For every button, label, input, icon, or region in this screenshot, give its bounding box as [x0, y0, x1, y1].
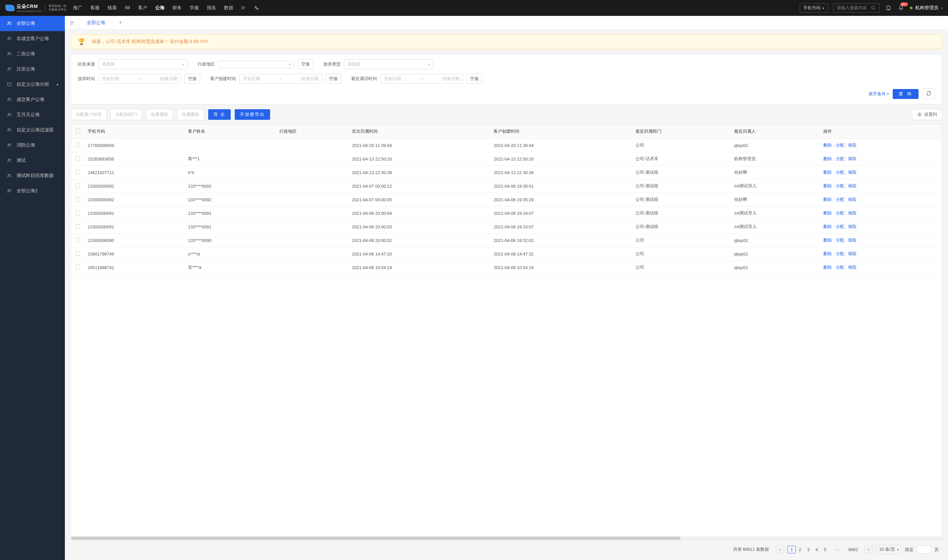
action-claim[interactable]: 领取 [848, 183, 857, 188]
sidebar-item[interactable]: 非成交客户公海 [0, 31, 65, 46]
page-number[interactable]: 5 [821, 546, 829, 553]
action-claim[interactable]: 领取 [848, 265, 857, 270]
action-delete[interactable]: 删除 [823, 156, 832, 161]
sidebar-item[interactable]: 测试 [0, 153, 65, 168]
row-checkbox[interactable] [75, 251, 80, 256]
sidebar-item[interactable]: 五月天公海 [0, 107, 65, 123]
action-delete[interactable]: 删除 [823, 251, 832, 256]
nav-item[interactable]: 财务 [172, 5, 182, 11]
row-checkbox[interactable] [75, 224, 80, 229]
assign-manager-button[interactable]: 分配客户经理 [71, 109, 106, 120]
refresh-button[interactable] [922, 88, 935, 99]
filter-abandon-time-empty[interactable]: 空值 [185, 74, 200, 84]
action-delete[interactable]: 删除 [823, 170, 832, 175]
filter-abandon-type[interactable]: 请选择▾ [344, 59, 433, 69]
action-delete[interactable]: 删除 [823, 143, 832, 148]
action-claim[interactable]: 领取 [848, 197, 857, 202]
sidebar-item[interactable]: 二咨公海 [0, 46, 65, 62]
pagination-next[interactable]: > [864, 546, 873, 553]
nav-item[interactable]: 报名 [207, 5, 216, 11]
row-checkbox[interactable] [75, 265, 80, 269]
page-jump-input[interactable] [917, 545, 931, 554]
action-claim[interactable]: 领取 [848, 211, 857, 215]
sidebar-item[interactable]: 自定义公海分组▾ [0, 77, 65, 92]
action-assign[interactable]: 分配 [836, 265, 844, 270]
action-claim[interactable]: 领取 [848, 251, 857, 256]
page-number[interactable]: 1 [788, 546, 796, 553]
action-assign[interactable]: 分配 [836, 170, 844, 175]
action-claim[interactable]: 领取 [848, 170, 857, 175]
action-delete[interactable]: 删除 [823, 265, 832, 270]
action-claim[interactable]: 领取 [848, 238, 857, 243]
row-checkbox[interactable] [75, 170, 80, 174]
sidebar-item[interactable]: 消防公海 [0, 138, 65, 153]
sidebar-item[interactable]: 成交客户公海 [0, 92, 65, 107]
user-plus-icon[interactable] [240, 5, 246, 11]
tab-add-button[interactable]: + [114, 19, 128, 26]
pagination-ellipsis[interactable]: ··· [833, 546, 842, 553]
row-checkbox[interactable] [75, 211, 80, 215]
filter-last-call-time[interactable]: 开始日期~结束日期 [380, 74, 463, 84]
sidebar-item[interactable]: 注安公海 [0, 62, 65, 77]
filter-abandon-time[interactable]: 开始日期~结束日期 [98, 74, 181, 84]
nav-item[interactable]: 推广 [73, 5, 82, 11]
batch-claim-button[interactable]: 批量领取 [146, 109, 173, 120]
user-menu[interactable]: 机构管理员 ▾ [910, 5, 943, 11]
filter-last-call-empty[interactable]: 空值 [466, 74, 482, 84]
sidebar-item[interactable]: 全部公海2 [0, 183, 65, 198]
action-assign[interactable]: 分配 [836, 251, 844, 256]
tab-all-public[interactable]: 全部公海 [79, 16, 114, 29]
search-type-select[interactable]: 手机号码 ▾ [800, 3, 828, 12]
nav-item[interactable]: 线索 [108, 5, 117, 11]
row-checkbox[interactable] [75, 156, 80, 161]
logo[interactable]: 云朵CRM www.yunduocrm.com 教育机构一站 式服务云平台 [5, 4, 66, 12]
action-claim[interactable]: 领取 [848, 224, 857, 229]
assign-dept-button[interactable]: 分配到部门 [111, 109, 142, 120]
row-checkbox[interactable] [75, 183, 80, 188]
batch-delete-button[interactable]: 批量删除 [177, 109, 204, 120]
action-assign[interactable]: 分配 [836, 238, 844, 243]
phone-icon[interactable] [253, 5, 260, 11]
action-assign[interactable]: 分配 [836, 156, 844, 161]
select-all-checkbox[interactable] [75, 129, 80, 133]
expand-filters[interactable]: 展开条件▾ [868, 91, 889, 97]
sidebar-item[interactable]: 自定义公海过滤器 [0, 123, 65, 138]
pagination-last[interactable]: 6882 [845, 546, 861, 553]
nav-item[interactable]: 公海 [155, 5, 165, 11]
query-button[interactable]: 查 询 [893, 89, 919, 99]
sidebar-item[interactable]: 全部公海 [0, 16, 65, 31]
nav-item[interactable]: 数据 [224, 5, 233, 11]
action-claim[interactable]: 领取 [848, 156, 857, 161]
page-number[interactable]: 4 [813, 546, 821, 553]
action-assign[interactable]: 分配 [836, 183, 844, 188]
row-checkbox[interactable] [75, 238, 80, 242]
bell-icon[interactable]: 99+ [897, 4, 905, 12]
tab-list-toggle[interactable] [65, 16, 79, 29]
column-settings-button[interactable]: 设置列 [912, 109, 942, 120]
row-checkbox[interactable] [75, 143, 80, 147]
pagination-prev[interactable]: < [776, 546, 784, 553]
action-delete[interactable]: 删除 [823, 224, 832, 229]
nav-item[interactable]: IM [125, 5, 130, 11]
filter-friend-source[interactable]: 请选择▾ [98, 59, 188, 69]
export-unencrypted-button[interactable]: 不加密导出 [235, 109, 270, 120]
action-claim[interactable]: 领取 [848, 143, 857, 148]
action-delete[interactable]: 删除 [823, 197, 832, 202]
export-button[interactable]: 导 出 [208, 109, 231, 120]
action-assign[interactable]: 分配 [836, 143, 844, 148]
search-input[interactable]: 请输入搜索内容 [833, 3, 879, 12]
filter-create-time[interactable]: 开始日期~结束日期 [239, 74, 322, 84]
page-size-select[interactable]: 10 条/页▾ [876, 545, 902, 554]
action-assign[interactable]: 分配 [836, 197, 844, 202]
page-number[interactable]: 3 [804, 546, 813, 553]
filter-create-time-empty[interactable]: 空值 [325, 74, 341, 84]
nav-item[interactable]: 学服 [190, 5, 199, 11]
horizontal-scrollbar[interactable] [71, 537, 942, 540]
nav-item[interactable]: 客服 [90, 5, 100, 11]
row-checkbox[interactable] [75, 197, 80, 202]
action-assign[interactable]: 分配 [836, 211, 844, 215]
page-number[interactable]: 2 [796, 546, 804, 553]
tablet-icon[interactable] [885, 4, 892, 12]
action-delete[interactable]: 删除 [823, 211, 832, 215]
action-assign[interactable]: 分配 [836, 224, 844, 229]
